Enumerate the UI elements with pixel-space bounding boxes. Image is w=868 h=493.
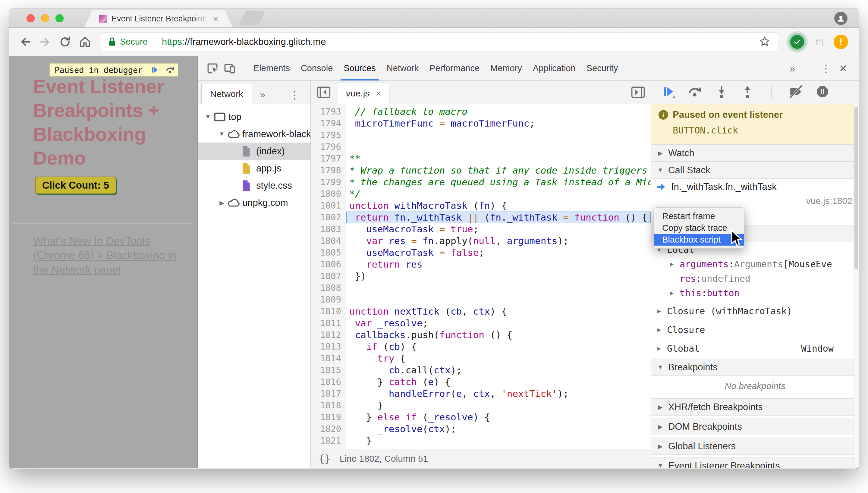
chevron-down-icon: ▼ bbox=[657, 462, 664, 468]
debugger-sidebar: i Paused on event listener BUTTON.click … bbox=[651, 81, 859, 468]
extension-check-icon[interactable] bbox=[790, 35, 804, 49]
resume-script-icon[interactable] bbox=[148, 64, 163, 76]
chevron-down-icon[interactable]: ▼ bbox=[202, 113, 214, 120]
step-over-pill-icon[interactable] bbox=[163, 64, 178, 76]
paused-banner-title: Paused on event listener bbox=[673, 109, 783, 120]
code-token: var bbox=[355, 318, 372, 328]
section-dom-breakpoints[interactable]: ▶ DOM Breakpoints bbox=[651, 418, 859, 435]
chevron-right-icon[interactable]: ▶ bbox=[668, 289, 675, 297]
resume-button[interactable] bbox=[661, 85, 675, 100]
tab-console[interactable]: Console bbox=[295, 56, 338, 81]
new-tab-button[interactable] bbox=[239, 11, 265, 25]
zoom-window-button[interactable] bbox=[56, 14, 64, 22]
section-xhr-breakpoints[interactable]: ▶ XHR/fetch Breakpoints bbox=[651, 399, 859, 415]
tree-item-unpkg-com[interactable]: ▶unpkg.com bbox=[198, 194, 310, 211]
tree-item-top[interactable]: ▼top bbox=[198, 108, 310, 125]
bookmark-star-icon[interactable] bbox=[759, 35, 771, 48]
section-watch[interactable]: ▶ Watch bbox=[651, 144, 859, 162]
menu-item-restart-frame[interactable]: Restart frame bbox=[654, 210, 744, 222]
scope-row[interactable]: ▶Closure (withMacroTask) bbox=[651, 303, 859, 319]
code-token: ; bbox=[529, 118, 535, 129]
paused-pill-label: Paused in debugger bbox=[50, 64, 148, 76]
chevron-down-icon[interactable]: ▼ bbox=[216, 130, 228, 137]
chevron-right-icon[interactable]: ▶ bbox=[216, 199, 228, 207]
tab-performance[interactable]: Performance bbox=[424, 56, 485, 81]
code-token bbox=[445, 247, 451, 258]
browser-tab[interactable]: Event Listener Breakpoints + B × bbox=[84, 10, 233, 27]
chevron-right-icon[interactable]: ▶ bbox=[655, 345, 663, 352]
code-token: withMacroTask bbox=[394, 200, 468, 211]
profile-icon[interactable] bbox=[834, 12, 847, 25]
navigator-more-tabs-icon[interactable]: » bbox=[260, 89, 265, 100]
code-viewport[interactable]: 1793179417951796179717981799180018011802… bbox=[311, 104, 651, 449]
step-over-button[interactable] bbox=[688, 85, 702, 100]
code-token: || bbox=[468, 212, 479, 223]
address-bar[interactable]: Secure https://framework-blackboxing.gli… bbox=[101, 33, 778, 51]
tree-item-app-js[interactable]: app.js bbox=[198, 160, 310, 177]
code-token: = bbox=[563, 212, 569, 223]
chevron-right-icon[interactable]: ▶ bbox=[668, 260, 675, 267]
devtools-menu-icon[interactable]: ⋮ bbox=[821, 63, 831, 73]
secure-label: Secure bbox=[120, 37, 148, 47]
chevron-right-icon[interactable]: ▶ bbox=[655, 307, 663, 315]
navigator-menu-icon[interactable]: ⋮ bbox=[289, 90, 300, 100]
more-tabs-icon[interactable]: » bbox=[790, 63, 795, 73]
step-out-button[interactable] bbox=[740, 85, 754, 100]
navigator-tab-network[interactable]: Network bbox=[201, 84, 252, 104]
tab-memory[interactable]: Memory bbox=[485, 56, 527, 81]
code-token: false bbox=[451, 247, 479, 258]
scope-row[interactable]: ▶Closure bbox=[651, 322, 859, 338]
editor-tab-close-icon[interactable]: × bbox=[375, 89, 381, 98]
chevron-right-icon[interactable]: ▶ bbox=[655, 326, 663, 333]
tree-item-framework-blackboxing-glitch-me[interactable]: ▼framework-blackboxing.glitch.me bbox=[198, 125, 310, 143]
section-call-stack[interactable]: ▼ Call Stack bbox=[651, 162, 859, 179]
scope-row[interactable]: ▶this: button bbox=[651, 286, 859, 300]
pause-on-exceptions-button[interactable] bbox=[816, 85, 829, 100]
back-button[interactable] bbox=[17, 34, 34, 50]
home-button[interactable] bbox=[77, 34, 93, 50]
close-window-button[interactable] bbox=[26, 14, 35, 22]
hide-navigator-icon[interactable] bbox=[317, 86, 331, 100]
code-token: _withTask bbox=[507, 212, 558, 223]
code-token bbox=[400, 412, 406, 423]
section-global-listeners[interactable]: ▶ Global Listeners bbox=[651, 437, 859, 455]
scrollbar-thumb[interactable] bbox=[854, 107, 858, 270]
show-overrides-icon[interactable] bbox=[631, 86, 645, 100]
call-stack-frame[interactable]: fn._withTask.fn._withTask bbox=[651, 179, 859, 195]
tree-item--index-[interactable]: (index) bbox=[198, 143, 310, 160]
devtools-blog-link[interactable]: What's New In DevTools (Chrome 66) > Bla… bbox=[33, 234, 190, 277]
pretty-print-icon[interactable]: {} bbox=[319, 453, 331, 465]
device-toolbar-icon[interactable] bbox=[221, 60, 238, 77]
tab-sources[interactable]: Sources bbox=[338, 56, 381, 81]
tab-close-icon[interactable]: × bbox=[213, 15, 218, 23]
sidebar-scrollbar[interactable] bbox=[853, 104, 859, 468]
tree-item-style-css[interactable]: style.css bbox=[198, 177, 310, 194]
frame-location[interactable]: vue.js:1802 bbox=[651, 195, 859, 208]
step-into-button[interactable] bbox=[715, 85, 729, 100]
minimize-window-button[interactable] bbox=[41, 14, 49, 22]
inspect-element-icon[interactable] bbox=[204, 60, 221, 77]
section-breakpoints[interactable]: ▼ Breakpoints bbox=[651, 359, 859, 376]
extension-warning-icon[interactable]: ! bbox=[834, 35, 848, 49]
event-listener-breakpoints-label: Event Listener Breakpoints bbox=[668, 460, 780, 469]
scope-row[interactable]: ▶GlobalWindow bbox=[651, 341, 859, 356]
section-event-listener-breakpoints[interactable]: ▼ Event Listener Breakpoints bbox=[651, 457, 859, 468]
chevron-right-icon: ▶ bbox=[657, 423, 664, 430]
scope-row[interactable]: ▶arguments: Arguments [MouseEve bbox=[651, 257, 859, 271]
devtools-close-icon[interactable]: ✕ bbox=[839, 63, 848, 73]
forward-button[interactable] bbox=[37, 34, 53, 50]
tab-elements[interactable]: Elements bbox=[248, 56, 295, 81]
tab-network[interactable]: Network bbox=[381, 56, 424, 81]
line-number: 1809 bbox=[311, 294, 346, 305]
tab-application[interactable]: Application bbox=[527, 56, 581, 81]
xhr-breakpoints-label: XHR/fetch Breakpoints bbox=[668, 402, 763, 412]
code-token: = bbox=[411, 235, 417, 246]
scope-row[interactable]: res: undefined bbox=[651, 271, 859, 286]
click-count-button[interactable]: Click Count: 5 bbox=[35, 177, 116, 194]
doc-yellow-icon bbox=[242, 163, 256, 174]
extension-faded-icon[interactable]: t*| bbox=[811, 36, 828, 48]
reload-button[interactable] bbox=[57, 34, 73, 50]
tab-security[interactable]: Security bbox=[581, 56, 624, 81]
editor-tab-vuejs[interactable]: vue.js × bbox=[338, 83, 389, 104]
deactivate-breakpoints-button[interactable] bbox=[788, 85, 803, 100]
